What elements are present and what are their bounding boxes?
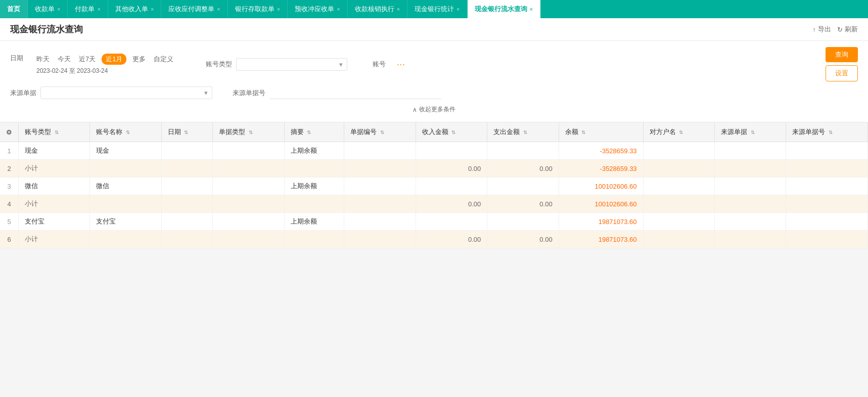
export-button[interactable]: ↑ 导出 [813,25,832,34]
close-icon[interactable]: × [397,6,400,12]
th-counterpart[interactable]: 对方户名 ⇅ [643,122,714,142]
th-doc-type[interactable]: 单据类型 ⇅ [213,122,284,142]
cell-balance: -3528659.33 [559,142,643,160]
cell-expense: 0.00 [487,231,559,248]
sort-icon: ⇅ [55,129,59,135]
nav-home[interactable]: 首页 [0,0,28,18]
close-icon[interactable]: × [97,6,100,12]
account-dots[interactable]: ··· [397,61,405,68]
th-gear[interactable]: ⚙ [0,122,19,142]
sort-icon: ⇅ [249,129,253,135]
refresh-button[interactable]: ↻ 刷新 [837,25,858,34]
th-date[interactable]: 日期 ⇅ [161,122,212,142]
row-number: 5 [0,213,19,231]
cell-source_doc [715,195,786,213]
shortcut-yesterday[interactable]: 昨天 [34,54,52,65]
nav-item-stats[interactable]: 现金银行统计 × [407,0,467,18]
nav-item-bank-deposit[interactable]: 银行存取款单 × [228,0,288,18]
table-row[interactable]: 1现金现金上期余额-3528659.33 [0,142,868,160]
cell-expense: 0.00 [487,195,559,213]
table-row[interactable]: 6小计0.000.0019871073.60 [0,231,868,248]
date-range-display: 2023-02-24 至 2023-03-24 [36,67,175,75]
th-expense[interactable]: 支出金额 ⇅ [487,122,559,142]
export-icon: ↑ [813,26,816,33]
cell-balance: 19871073.60 [559,213,643,231]
close-icon[interactable]: × [337,6,340,12]
cell-summary [284,195,344,213]
close-icon[interactable]: × [151,6,154,12]
cell-income: 0.00 [416,195,487,213]
source-no-input[interactable] [269,87,441,99]
th-doc-no[interactable]: 单据编号 ⇅ [344,122,416,142]
sort-icon: ⇅ [126,129,130,135]
shortcut-today[interactable]: 今天 [56,54,73,65]
row-number: 2 [0,160,19,178]
close-icon[interactable]: × [456,6,460,12]
th-summary[interactable]: 摘要 ⇅ [284,122,344,142]
table-row[interactable]: 5支付宝支付宝上期余额19871073.60 [0,213,868,231]
data-table: ⚙ 账号类型 ⇅ 账号名称 ⇅ 日期 ⇅ 单据类型 ⇅ 摘要 ⇅ 单据编号 ⇅ … [0,122,868,248]
cell-name: 现金 [90,142,161,160]
nav-item-fukudan[interactable]: 付款单 × [68,0,108,18]
cell-doc_no [344,231,416,248]
table-row[interactable]: 2小计0.000.00-3528659.33 [0,160,868,178]
th-source-doc[interactable]: 来源单据 ⇅ [715,122,786,142]
table-row[interactable]: 4小计0.000.00100102606.60 [0,195,868,213]
cell-balance: 100102606.60 [559,178,643,195]
top-navigation: 首页 收款单 × 付款单 × 其他收入单 × 应收应付调整单 × 银行存取款单 … [0,0,868,18]
query-button[interactable]: 查询 [826,47,858,62]
cell-doc_type [213,231,284,248]
table-row[interactable]: 3微信微信上期余额100102606.60 [0,178,868,195]
filter-area: 日期 昨天 今天 近7天 近1月 更多 自定义 2023-02-24 至 202… [0,41,868,122]
cell-counterpart [643,160,714,178]
th-balance[interactable]: 余额 ⇅ [559,122,643,142]
cell-counterpart [643,213,714,231]
shortcut-7days[interactable]: 近7天 [77,54,98,65]
source-no-filter: 来源单据号 [233,87,441,99]
cell-doc_no [344,178,416,195]
cell-name: 支付宝 [90,213,161,231]
settings-button[interactable]: 设置 [826,65,858,81]
nav-item-cashflow[interactable]: 现金银行流水查询 × [468,0,540,18]
row-number: 4 [0,195,19,213]
source-doc-select[interactable]: ▾ [40,86,212,99]
cell-source_no [786,142,868,160]
cell-type: 微信 [19,178,90,195]
cell-type: 小计 [19,231,90,248]
account-type-select[interactable]: ▾ [236,58,347,71]
cell-balance: 100102606.60 [559,195,643,213]
nav-item-other-income[interactable]: 其他收入单 × [108,0,161,18]
collapse-bar[interactable]: ∧ 收起更多条件 [10,103,858,116]
th-source-no[interactable]: 来源单据号 ⇅ [786,122,868,142]
sort-icon: ⇅ [829,129,833,135]
shortcut-1month[interactable]: 近1月 [102,54,126,65]
nav-item-adjustment[interactable]: 应收应付调整单 × [161,0,227,18]
shortcut-custom[interactable]: 自定义 [152,54,175,65]
cell-income: 0.00 [416,160,487,178]
close-icon[interactable]: × [277,6,280,12]
nav-item-verify[interactable]: 收款核销执行 × [348,0,407,18]
nav-item-prepay[interactable]: 预收冲应收单 × [288,0,347,18]
chevron-down-icon: ▾ [339,61,343,68]
th-income[interactable]: 收入金额 ⇅ [416,122,487,142]
date-filter-group: 日期 昨天 今天 近7天 近1月 更多 自定义 2023-02-24 至 202… [10,54,175,75]
cell-doc_no [344,142,416,160]
close-icon[interactable]: × [57,6,60,12]
cell-type: 小计 [19,160,90,178]
page-title: 现金银行流水查询 [10,23,83,35]
cell-doc_type [213,195,284,213]
th-account-type[interactable]: 账号类型 ⇅ [19,122,90,142]
cell-income [416,213,487,231]
account-label: 账号 [373,60,393,69]
cell-date [161,195,212,213]
cell-type: 小计 [19,195,90,213]
collapse-icon: ∧ [413,106,417,113]
cell-source_no [786,213,868,231]
chevron-down-icon-2: ▾ [204,89,208,97]
th-account-name[interactable]: 账号名称 ⇅ [90,122,161,142]
filter-row-1: 日期 昨天 今天 近7天 近1月 更多 自定义 2023-02-24 至 202… [10,47,858,81]
shortcut-more[interactable]: 更多 [130,54,148,65]
close-icon[interactable]: × [217,6,220,12]
close-icon[interactable]: × [530,6,533,12]
nav-item-shoudan[interactable]: 收款单 × [28,0,68,18]
